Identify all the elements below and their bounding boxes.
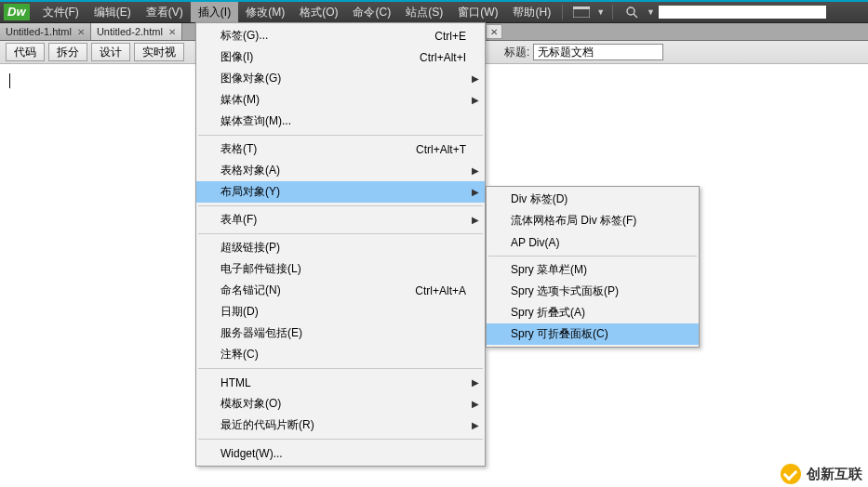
menu-edit[interactable]: 编辑(E) bbox=[87, 2, 139, 22]
menu-separator bbox=[198, 233, 483, 234]
mi-tag[interactable]: 标签(G)... Ctrl+E bbox=[196, 25, 485, 46]
document-title-input[interactable] bbox=[533, 44, 663, 60]
mi-label: 图像对象(G) bbox=[220, 71, 281, 86]
mi-shortcut: Ctrl+E bbox=[397, 30, 466, 43]
mi-label: 媒体(M) bbox=[220, 92, 260, 108]
mi-template-objects[interactable]: 模板对象(O) ▶ bbox=[196, 393, 485, 415]
menu-help[interactable]: 帮助(H) bbox=[505, 2, 558, 22]
menu-separator bbox=[488, 256, 697, 257]
mi-hyperlink[interactable]: 超级链接(P) bbox=[196, 237, 485, 258]
smi-spry-tabbed-panels[interactable]: Spry 选项卡式面板(P) bbox=[487, 281, 699, 302]
mi-label: 模板对象(O) bbox=[220, 396, 281, 412]
mi-table-objects[interactable]: 表格对象(A) ▶ bbox=[196, 160, 485, 181]
menubar-separator bbox=[562, 5, 563, 20]
mi-media-query[interactable]: 媒体查询(M)... bbox=[196, 111, 485, 132]
mi-email-link[interactable]: 电子邮件链接(L) bbox=[196, 258, 485, 280]
menu-separator bbox=[198, 135, 483, 136]
mi-label: Spry 折叠式(A) bbox=[511, 305, 585, 321]
mi-label: 流体网格布局 Div 标签(F) bbox=[511, 213, 636, 229]
mi-comment[interactable]: 注释(C) bbox=[196, 344, 485, 365]
panel-close-button[interactable]: ✕ bbox=[486, 24, 502, 39]
view-code-button[interactable]: 代码 bbox=[6, 43, 45, 61]
menu-separator bbox=[198, 439, 483, 440]
menu-modify[interactable]: 修改(M) bbox=[238, 2, 292, 22]
mi-label: 电子邮件链接(L) bbox=[220, 261, 301, 277]
chevron-right-icon: ▶ bbox=[472, 377, 479, 388]
mi-shortcut: Ctrl+Alt+A bbox=[378, 284, 466, 297]
smi-spry-collapsible-panel[interactable]: Spry 可折叠面板(C) bbox=[487, 323, 699, 345]
mi-table[interactable]: 表格(T) Ctrl+Alt+T bbox=[196, 138, 485, 160]
mi-label: 注释(C) bbox=[220, 347, 259, 362]
smi-div-tag[interactable]: Div 标签(D) bbox=[487, 189, 699, 210]
menu-site[interactable]: 站点(S) bbox=[398, 2, 450, 22]
mi-label: 图像(I) bbox=[220, 49, 253, 65]
chevron-right-icon: ▶ bbox=[472, 420, 479, 430]
watermark-icon bbox=[781, 464, 801, 484]
menu-window[interactable]: 窗口(W) bbox=[450, 2, 505, 22]
chevron-right-icon: ▶ bbox=[472, 165, 479, 176]
mi-named-anchor[interactable]: 命名锚记(N) Ctrl+Alt+A bbox=[196, 280, 485, 301]
menubar-separator-2 bbox=[612, 5, 613, 20]
watermark-text: 创新互联 bbox=[807, 466, 862, 483]
mi-label: 布局对象(Y) bbox=[220, 184, 280, 200]
mi-image[interactable]: 图像(I) Ctrl+Alt+I bbox=[196, 46, 485, 68]
doc-tab-1[interactable]: Untitled-1.html ✕ bbox=[0, 23, 91, 40]
view-split-button[interactable]: 拆分 bbox=[48, 43, 87, 61]
layout-switcher-icon[interactable] bbox=[568, 5, 594, 20]
smi-fluid-grid-div[interactable]: 流体网格布局 Div 标签(F) bbox=[487, 210, 699, 231]
search-icon[interactable] bbox=[619, 5, 645, 20]
search-dropdown-icon[interactable]: ▼ bbox=[647, 7, 655, 17]
mi-media[interactable]: 媒体(M) ▶ bbox=[196, 89, 485, 111]
svg-rect-1 bbox=[573, 7, 590, 9]
mi-label: 服务器端包括(E) bbox=[220, 325, 302, 341]
mi-label: 媒体查询(M)... bbox=[220, 113, 291, 129]
smi-spry-menubar[interactable]: Spry 菜单栏(M) bbox=[487, 259, 699, 281]
mi-shortcut: Ctrl+Alt+T bbox=[379, 143, 466, 156]
search-bar[interactable] bbox=[659, 6, 826, 19]
mi-label: 表格(T) bbox=[220, 141, 257, 157]
chevron-right-icon: ▶ bbox=[472, 95, 479, 105]
mi-label: 最近的代码片断(R) bbox=[220, 417, 314, 433]
view-live-button[interactable]: 实时视 bbox=[134, 43, 184, 61]
close-icon[interactable]: ✕ bbox=[77, 27, 85, 37]
mi-label: 表格对象(A) bbox=[220, 163, 280, 178]
smi-ap-div[interactable]: AP Div(A) bbox=[487, 231, 699, 253]
mi-image-objects[interactable]: 图像对象(G) ▶ bbox=[196, 68, 485, 89]
doc-tab-2[interactable]: Untitled-2.html ✕ bbox=[91, 23, 182, 40]
menu-file[interactable]: 文件(F) bbox=[35, 2, 87, 22]
mi-label: 日期(D) bbox=[220, 304, 259, 320]
smi-spry-accordion[interactable]: Spry 折叠式(A) bbox=[487, 302, 699, 323]
menu-format[interactable]: 格式(O) bbox=[292, 2, 345, 22]
chevron-right-icon: ▶ bbox=[472, 399, 479, 409]
mi-label: HTML bbox=[220, 376, 251, 389]
chevron-right-icon: ▶ bbox=[472, 215, 479, 225]
menu-commands[interactable]: 命令(C) bbox=[345, 2, 398, 22]
mi-label: AP Div(A) bbox=[511, 236, 559, 249]
mi-recent-snippets[interactable]: 最近的代码片断(R) ▶ bbox=[196, 415, 485, 436]
app-logo: Dw bbox=[4, 4, 30, 20]
layout-objects-submenu: Div 标签(D) 流体网格布局 Div 标签(F) AP Div(A) Spr… bbox=[486, 186, 700, 348]
menu-view[interactable]: 查看(V) bbox=[139, 2, 191, 22]
mi-form[interactable]: 表单(F) ▶ bbox=[196, 209, 485, 230]
mi-layout-objects[interactable]: 布局对象(Y) ▶ bbox=[196, 181, 485, 203]
layout-dropdown-icon[interactable]: ▼ bbox=[596, 7, 605, 17]
mi-label: Widget(W)... bbox=[220, 447, 283, 460]
watermark: 创新互联 bbox=[781, 464, 862, 484]
close-icon[interactable]: ✕ bbox=[168, 27, 176, 37]
menu-insert[interactable]: 插入(I) bbox=[191, 2, 238, 22]
mi-html[interactable]: HTML ▶ bbox=[196, 372, 485, 393]
mi-label: 标签(G)... bbox=[220, 28, 268, 44]
mi-label: 表单(F) bbox=[220, 212, 257, 228]
mi-date[interactable]: 日期(D) bbox=[196, 301, 485, 322]
mi-ssi[interactable]: 服务器端包括(E) bbox=[196, 322, 485, 344]
menu-separator bbox=[198, 368, 483, 369]
mi-widget[interactable]: Widget(W)... bbox=[196, 442, 485, 464]
doc-tab-label: Untitled-2.html bbox=[97, 26, 163, 37]
mi-label: 超级链接(P) bbox=[220, 240, 280, 256]
menubar: Dw 文件(F) 编辑(E) 查看(V) 插入(I) 修改(M) 格式(O) 命… bbox=[0, 2, 868, 23]
view-design-button[interactable]: 设计 bbox=[91, 43, 130, 61]
mi-label: Spry 菜单栏(M) bbox=[511, 262, 587, 278]
doc-tab-label: Untitled-1.html bbox=[6, 26, 72, 37]
mi-label: 命名锚记(N) bbox=[220, 283, 281, 298]
chevron-right-icon: ▶ bbox=[472, 187, 479, 197]
